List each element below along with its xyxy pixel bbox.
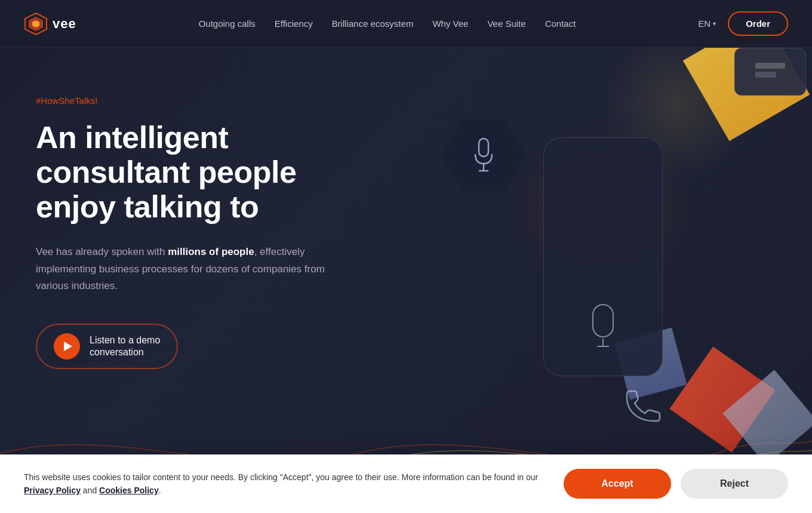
site-header: vee Outgoing calls Efficiency Brilliance… xyxy=(0,0,812,48)
hero-title-line2: enjoy talking to xyxy=(36,189,259,224)
language-selector[interactable]: EN ▾ xyxy=(698,19,716,29)
nav-why-vee[interactable]: Why Vee xyxy=(432,19,468,29)
hex-mic-area xyxy=(442,119,525,191)
svg-rect-3 xyxy=(755,63,785,69)
cookie-buttons: Accept Reject xyxy=(564,469,788,499)
cookie-and: and xyxy=(81,486,99,495)
glow-yellow xyxy=(603,30,752,179)
demo-conversation-button[interactable]: Listen to a democonversation xyxy=(36,324,178,369)
floating-device xyxy=(734,48,806,96)
svg-rect-4 xyxy=(755,72,776,78)
nav-contact[interactable]: Contact xyxy=(545,19,576,29)
hero-desc-bold: millions of people xyxy=(168,246,254,257)
cookies-policy-link[interactable]: Cookies Policy xyxy=(99,486,159,495)
nav-efficiency[interactable]: Efficiency xyxy=(275,19,313,29)
hero-title: An intelligent consultant people enjoy t… xyxy=(36,120,370,225)
cookie-text-prefix: This website uses cookies to tailor cont… xyxy=(24,472,538,482)
play-icon xyxy=(54,333,80,360)
accept-button[interactable]: Accept xyxy=(564,469,671,499)
main-nav: Outgoing calls Efficiency Brilliance eco… xyxy=(199,19,576,29)
hero-section: #HowSheTalks! An intelligent consultant … xyxy=(0,0,812,513)
hero-desc-prefix: Vee has already spoken with xyxy=(36,246,168,257)
hero-content: #HowSheTalks! An intelligent consultant … xyxy=(0,48,370,369)
cookie-suffix: . xyxy=(159,486,161,495)
logo-link[interactable]: vee xyxy=(24,12,76,36)
lang-label: EN xyxy=(698,19,710,29)
logo-text: vee xyxy=(53,16,76,32)
cookie-text: This website uses cookies to tailor cont… xyxy=(24,471,540,497)
play-triangle-icon xyxy=(64,342,72,351)
nav-vee-suite[interactable]: Vee Suite xyxy=(487,19,525,29)
svg-rect-5 xyxy=(479,139,488,156)
order-button[interactable]: Order xyxy=(728,11,788,36)
glow-orange xyxy=(513,119,693,299)
privacy-policy-link[interactable]: Privacy Policy xyxy=(24,486,81,495)
phone-mockup xyxy=(543,137,663,376)
cookie-banner: This website uses cookies to tailor cont… xyxy=(0,454,812,513)
demo-btn-label: Listen to a democonversation xyxy=(90,334,160,360)
nav-outgoing-calls[interactable]: Outgoing calls xyxy=(199,19,256,29)
nav-brilliance[interactable]: Brilliance ecosystem xyxy=(332,19,414,29)
hero-hashtag: #HowSheTalks! xyxy=(36,96,370,106)
hero-description: Vee has already spoken with millions of … xyxy=(36,244,334,296)
nav-right: EN ▾ Order xyxy=(698,11,788,36)
chevron-down-icon: ▾ xyxy=(713,20,716,27)
reject-button[interactable]: Reject xyxy=(681,469,788,499)
hero-title-line1: An intelligent consultant people xyxy=(36,120,296,189)
